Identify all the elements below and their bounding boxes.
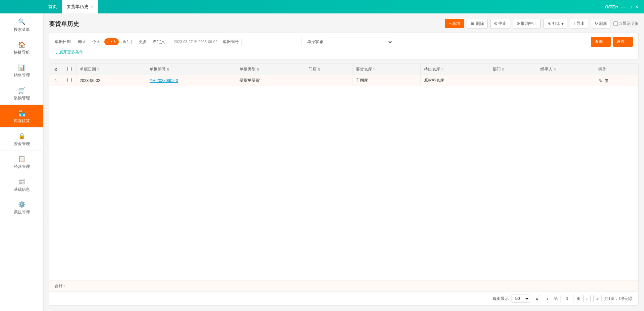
- page-header: 要货单历史 + 新增 🗑 删除 ⊘ 中止 ⊗ 取消中止 🖨 打印 ▾: [49, 19, 639, 29]
- sidebar-item-purchase-mgmt-label: 采购管理: [14, 95, 30, 101]
- tab-close-icon[interactable]: ×: [91, 4, 93, 9]
- doc-no-sort: 单据编号 ⇅: [150, 66, 169, 72]
- summary-label: 合计：: [55, 283, 67, 289]
- print-dropdown-icon: ▾: [561, 21, 564, 26]
- display-detail-toggle[interactable]: □ 显示明细: [613, 21, 639, 27]
- date-option-last-month[interactable]: 近1月: [121, 38, 135, 45]
- col-req-warehouse[interactable]: 要货仓库 ⇅: [353, 64, 421, 75]
- status-select[interactable]: [326, 38, 393, 46]
- store-sort-icon: ⇅: [318, 68, 320, 71]
- doc-no-input[interactable]: [241, 38, 302, 46]
- row-edit-button[interactable]: ✎: [598, 78, 602, 83]
- last-page-button[interactable]: »: [593, 295, 602, 302]
- col-pending-warehouse[interactable]: 待出仓库 ⇅: [421, 64, 489, 75]
- date-option-today[interactable]: 今天: [90, 38, 102, 45]
- filter-actions: 查询 设置: [591, 37, 633, 47]
- sidebar-item-system-mgmt-label: 系统管理: [14, 210, 30, 215]
- query-button[interactable]: 查询: [591, 37, 611, 47]
- export-button[interactable]: ↑ 导出: [570, 19, 588, 29]
- row-num-cell: 1: [49, 75, 63, 86]
- sidebar-item-finance-mgmt[interactable]: 🔒 资金管理: [0, 128, 43, 150]
- delete-button[interactable]: 🗑 删除: [467, 19, 487, 29]
- summary-bar: 合计：: [49, 280, 638, 292]
- row-handler: [537, 75, 595, 86]
- table-scroll-area: ⚙ 单据日期 ⇅: [49, 64, 638, 280]
- department-sort: 部门 ⇅: [493, 66, 504, 72]
- sidebar-item-inventory[interactable]: 🏪 库存核算: [0, 105, 43, 128]
- display-detail-label: □ 显示明细: [619, 21, 639, 27]
- sidebar-item-quick-nav[interactable]: 🏠 快捷导航: [0, 36, 43, 59]
- page-size-label: 每页显示: [493, 296, 509, 302]
- doc-no-sort-icon: ⇅: [167, 68, 169, 71]
- sidebar-item-quick-nav-label: 快捷导航: [14, 50, 30, 55]
- date-option-yesterday[interactable]: 昨天: [76, 38, 88, 45]
- sidebar-item-search-menu[interactable]: 🔍 搜索菜单: [0, 13, 43, 36]
- doc-date-sort-icon: ⇅: [97, 68, 100, 71]
- col-store[interactable]: 门店 ⇅: [305, 64, 353, 75]
- pending-warehouse-sort: 待出仓库 ⇅: [424, 66, 444, 72]
- page-size-select[interactable]: 50 10 20 100: [512, 295, 530, 303]
- status-filter-group: 单据状态: [307, 38, 393, 46]
- sidebar-item-sales-mgmt[interactable]: 📊 销售管理: [0, 59, 43, 82]
- total-info: 共1页，1条记录: [604, 296, 633, 302]
- date-range-display: 2023-05-27 至 2023-06-02: [174, 39, 217, 44]
- req-warehouse-sort: 要货仓库 ⇅: [356, 66, 376, 72]
- next-page-button[interactable]: ›: [583, 295, 591, 302]
- settings-button[interactable]: 设置: [613, 37, 633, 47]
- select-all-checkbox[interactable]: [67, 67, 72, 71]
- page-suffix-label: 页: [577, 296, 581, 302]
- prev-page-button[interactable]: ‹: [544, 295, 551, 302]
- display-detail-checkbox[interactable]: [613, 21, 618, 26]
- col-doc-date[interactable]: 单据日期 ⇅: [76, 64, 146, 75]
- col-doc-no[interactable]: 单据编号 ⇅: [146, 64, 236, 75]
- date-option-more[interactable]: 更多: [137, 38, 149, 45]
- date-option-custom[interactable]: 自定义: [151, 38, 167, 45]
- cancel-stop-button-label: ⊗ 取消中止: [517, 21, 537, 27]
- minimize-btn[interactable]: —: [621, 4, 626, 9]
- sidebar-item-system-mgmt[interactable]: ⚙️ 系统管理: [0, 196, 43, 219]
- col-settings[interactable]: ⚙: [49, 64, 63, 75]
- sidebar-item-purchase-mgmt[interactable]: 🛒 采购管理: [0, 82, 43, 105]
- tab-home[interactable]: 首页: [44, 0, 62, 13]
- table-header-row: ⚙ 单据日期 ⇅: [49, 64, 638, 75]
- tab-requisition-history[interactable]: 要货单历史 ×: [62, 0, 98, 13]
- doc-no-link[interactable]: YH-20230602-0: [150, 78, 178, 83]
- expand-more-btn[interactable]: ⌄ 展开更多条件: [55, 49, 633, 55]
- sidebar-item-finance-mgmt-label: 资金管理: [14, 141, 30, 147]
- col-department[interactable]: 部门 ⇅: [489, 64, 537, 75]
- sidebar-item-operations-mgmt[interactable]: 📋 经营管理: [0, 150, 43, 173]
- data-table: ⚙ 单据日期 ⇅: [49, 64, 638, 86]
- refresh-button[interactable]: ↻ 刷新: [591, 19, 611, 29]
- print-button[interactable]: 🖨 打印 ▾: [543, 19, 567, 29]
- close-btn[interactable]: ✕: [635, 4, 639, 9]
- status-label: 单据状态: [307, 39, 323, 45]
- doc-type-sort: 单据类型 ⇅: [239, 66, 259, 72]
- new-button[interactable]: + 新增: [445, 19, 464, 28]
- col-handler[interactable]: 经手人 ⇅: [537, 64, 595, 75]
- row-req-warehouse: 车间库: [353, 75, 421, 86]
- print-button-label: 🖨 打印: [547, 21, 560, 27]
- top-bar-right: OfTEn — □ ✕: [605, 4, 644, 9]
- query-button-label: 查询: [595, 39, 603, 45]
- department-sort-icon: ⇅: [502, 68, 504, 71]
- col-doc-type[interactable]: 单据类型 ⇅: [236, 64, 305, 75]
- cancel-stop-button[interactable]: ⊗ 取消中止: [513, 19, 541, 29]
- pagination: 每页显示 50 10 20 100 « ‹ 第 页 › » 共1页，1条记录: [49, 292, 638, 305]
- sales-mgmt-icon: 📊: [18, 64, 25, 71]
- handler-sort: 经手人 ⇅: [540, 66, 556, 72]
- first-page-button[interactable]: «: [533, 295, 541, 302]
- maximize-btn[interactable]: □: [629, 4, 632, 9]
- filter-area: 单据日期 昨天 今天 近7天 近1月 更多 自定义 2023-05-27 至 2…: [49, 33, 639, 59]
- sidebar-item-basic-info[interactable]: 📰 基础信息: [0, 173, 43, 196]
- brand-label: OfTEn: [605, 4, 618, 9]
- current-page-input[interactable]: [560, 295, 574, 302]
- sidebar-item-inventory-label: 库存核算: [14, 118, 30, 124]
- filter-row-1: 单据日期 昨天 今天 近7天 近1月 更多 自定义 2023-05-27 至 2…: [55, 37, 633, 47]
- date-option-last7days[interactable]: 近7天: [104, 38, 119, 45]
- row-checkbox[interactable]: [67, 78, 72, 82]
- delete-button-label: 🗑 删除: [471, 21, 484, 27]
- row-delete-button[interactable]: ⊞: [604, 78, 608, 83]
- row-pending-warehouse: 原材料仓库: [421, 75, 489, 86]
- stop-button[interactable]: ⊘ 中止: [490, 19, 510, 29]
- action-buttons: ✎ ⊞: [598, 78, 635, 83]
